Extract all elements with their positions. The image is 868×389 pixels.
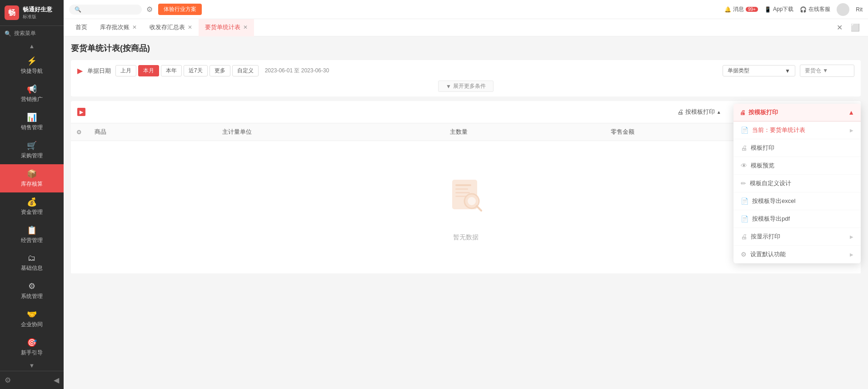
- close-all-tabs-btn[interactable]: ✕: [834, 22, 845, 33]
- print-icon: 🖨: [677, 108, 683, 116]
- template-print-item[interactable]: 🖨 模板打印: [733, 139, 861, 157]
- date-btn-custom[interactable]: 自定义: [232, 65, 259, 76]
- empty-text: 暂无数据: [453, 233, 479, 242]
- dropdown-title: 按模板打印: [748, 108, 778, 116]
- tab-summary[interactable]: 收发存汇总表 ✕: [143, 19, 199, 36]
- close-tab-order-stats[interactable]: ✕: [243, 24, 248, 30]
- sidebar-item-guide[interactable]: 🎯 新手引导: [0, 333, 64, 360]
- svg-line-7: [477, 206, 481, 211]
- sidebar-item-cooperation[interactable]: 🤝 企业协同: [0, 305, 64, 333]
- toolbar-expand-btn[interactable]: ▶: [77, 108, 85, 116]
- current-template-label: 当前：要货单统计表: [752, 126, 805, 134]
- tabs-bar: 首页 库存批次账 ✕ 收发存汇总表 ✕ 要货单统计表 ✕ ✕ ⬜: [64, 19, 868, 36]
- username[interactable]: Rit: [856, 6, 863, 13]
- page-title: 要货单统计表(按商品): [71, 43, 861, 54]
- sales-icon: 📊: [27, 112, 37, 122]
- app-title: 畅通好生意: [23, 6, 52, 14]
- table-settings-icon[interactable]: ⚙: [76, 129, 82, 136]
- toolbar-left: ▶: [77, 108, 85, 116]
- sidebar-item-marketing[interactable]: 📢 营销推广: [0, 80, 64, 108]
- current-template-icon: 📄: [741, 126, 748, 134]
- settings-footer-icon[interactable]: ⚙: [5, 376, 11, 384]
- print-btn[interactable]: 🖨 按模板打印 ▲: [673, 106, 725, 118]
- chevron-up-icon[interactable]: ▲: [848, 109, 854, 116]
- export-pdf-label: 按模板导出pdf: [752, 215, 790, 223]
- sidebar-item-system[interactable]: ⚙ 系统管理: [0, 277, 64, 305]
- sidebar-item-quick-nav[interactable]: ⚡ 快捷导航: [0, 51, 64, 80]
- expand-tabs-btn[interactable]: ⬜: [848, 22, 863, 33]
- sidebar-nav: ⚡ 快捷导航 📢 营销推广 📊 销售管理 🛒 采购管理 📦 库存核算 💰 资金管…: [0, 51, 64, 360]
- expand-conditions-btn[interactable]: ▼ 展开更多条件: [438, 81, 494, 92]
- template-print-icon: 🖨: [741, 144, 747, 152]
- search-label: 搜索菜单: [14, 30, 36, 37]
- filter-bar: ▶ 单据日期 上月 本月 本年 近7天 更多 自定义 2023-06-01 至 …: [71, 60, 861, 96]
- display-print-icon: 🖨: [741, 233, 747, 240]
- filter-row: ▶ 单据日期 上月 本月 本年 近7天 更多 自定义 2023-06-01 至 …: [77, 65, 854, 77]
- default-settings-arrow: ▶: [850, 252, 853, 257]
- order-category-filter[interactable]: 要货仓 ▼: [800, 65, 854, 77]
- current-template-item[interactable]: 📄 当前：要货单统计表 ▶: [733, 121, 861, 139]
- page-content: 要货单统计表(按商品) ▶ 单据日期 上月 本月 本年 近7天 更多 自定义 2…: [64, 36, 868, 389]
- col-qty: 主数量: [444, 123, 605, 141]
- date-btn-prev-month[interactable]: 上月: [115, 65, 136, 76]
- topbar-right: 🔔 消息 99+ 📱 App下载 🎧 在线客服 Rit: [724, 3, 863, 16]
- sidebar-item-finance[interactable]: 💰 资金管理: [0, 192, 64, 221]
- sidebar-item-operations[interactable]: 📋 经营管理: [0, 221, 64, 249]
- sidebar-item-inventory[interactable]: 📦 库存核算: [0, 164, 64, 192]
- sidebar-item-sales[interactable]: 📊 销售管理: [0, 108, 64, 136]
- cooperation-icon: 🤝: [27, 309, 37, 319]
- topbar-search-icon: 🔍: [75, 6, 81, 13]
- tab-home[interactable]: 首页: [69, 19, 94, 36]
- sidebar-item-label: 快捷导航: [21, 67, 43, 75]
- notifications-btn[interactable]: 🔔 消息 99+: [724, 5, 758, 13]
- topbar-search[interactable]: 🔍: [69, 5, 142, 15]
- export-pdf-item[interactable]: 📄 按模板导出pdf: [733, 210, 861, 228]
- app-download-btn[interactable]: 📱 App下载: [764, 5, 793, 13]
- svg-rect-2: [455, 188, 468, 190]
- date-btn-this-year[interactable]: 本年: [161, 65, 182, 76]
- dropdown-title-area: 🖨 按模板打印: [740, 108, 778, 116]
- select-arrow-icon: ▼: [785, 68, 790, 74]
- template-design-item[interactable]: ✏ 模板自定义设计: [733, 175, 861, 192]
- sidebar-item-label: 基础信息: [21, 264, 43, 272]
- system-icon: ⚙: [28, 281, 35, 291]
- default-settings-label: 设置默认功能: [750, 250, 786, 258]
- tab-inventory-batch[interactable]: 库存批次账 ✕: [94, 19, 143, 36]
- operations-icon: 📋: [27, 225, 37, 235]
- sidebar-item-purchase[interactable]: 🛒 采购管理: [0, 136, 64, 164]
- close-tab-summary[interactable]: ✕: [188, 24, 192, 30]
- sidebar-item-label: 企业协同: [21, 321, 43, 328]
- template-design-icon: ✏: [741, 180, 746, 187]
- export-excel-item[interactable]: 📄 按模板导出excel: [733, 192, 861, 210]
- svg-rect-3: [455, 192, 470, 193]
- doc-type-select[interactable]: 单据类型 ▼: [723, 65, 795, 76]
- current-template-arrow: ▶: [850, 128, 853, 133]
- filter-expand-icon[interactable]: ▶: [77, 66, 83, 75]
- display-print-label: 按显示打印: [751, 232, 780, 241]
- sidebar-item-label: 资金管理: [21, 208, 43, 216]
- template-preview-item[interactable]: 👁 模板预览: [733, 157, 861, 175]
- default-settings-item[interactable]: ⚙ 设置默认功能 ▶: [733, 246, 861, 263]
- svg-rect-1: [455, 184, 471, 186]
- printer-header-icon: 🖨: [740, 109, 746, 116]
- close-tab-inventory-batch[interactable]: ✕: [132, 24, 137, 30]
- sidebar-item-basic[interactable]: 🗂 基础信息: [0, 249, 64, 277]
- tab-order-stats[interactable]: 要货单统计表 ✕: [199, 19, 254, 36]
- date-btn-7days[interactable]: 近7天: [184, 65, 208, 76]
- service-icon: 🎧: [800, 6, 807, 13]
- online-service-btn[interactable]: 🎧 在线客服: [800, 5, 830, 13]
- scroll-up-btn[interactable]: ▲: [0, 41, 64, 51]
- tabs-right-controls: ✕ ⬜: [834, 22, 863, 33]
- date-filter-label: 单据日期: [87, 67, 111, 75]
- avatar[interactable]: [837, 3, 849, 16]
- bell-icon: 🔔: [724, 6, 731, 13]
- display-print-item[interactable]: 🖨 按显示打印 ▶: [733, 228, 861, 246]
- scroll-down-btn[interactable]: ▼: [0, 360, 64, 371]
- sidebar: 畅 畅通好生意 标准版 🔍 搜索菜单 ▲ ⚡ 快捷导航 📢 营销推广 📊 销售管…: [0, 0, 64, 389]
- trial-button[interactable]: 体验行业方案: [158, 4, 202, 15]
- topbar-gear-icon[interactable]: ⚙: [146, 5, 153, 14]
- date-btn-more[interactable]: 更多: [210, 65, 230, 76]
- sidebar-search[interactable]: 🔍 搜索菜单: [0, 26, 64, 41]
- collapse-icon[interactable]: ◀: [54, 376, 59, 384]
- date-btn-this-month[interactable]: 本月: [138, 65, 159, 76]
